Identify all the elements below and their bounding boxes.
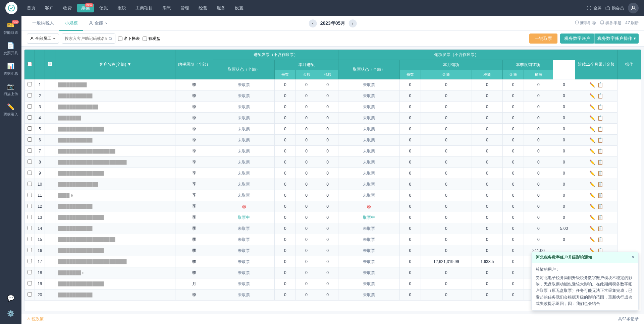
logo[interactable] (5, 2, 17, 14)
copy-btn[interactable]: 📋 (597, 126, 604, 132)
row-checkbox[interactable] (28, 204, 32, 208)
edit-btn[interactable]: ✏️ (589, 92, 596, 99)
edit-btn[interactable]: ✏️ (589, 192, 596, 199)
tab-general[interactable]: 一般纳税人 (27, 16, 59, 31)
row-check[interactable] (25, 135, 35, 146)
row-check[interactable] (25, 190, 35, 201)
row-check[interactable] (25, 234, 35, 245)
tax-policy-link[interactable]: ⚠ 税政策 (27, 316, 44, 322)
edit-btn[interactable]: ✏️ (589, 148, 596, 154)
copy-btn[interactable]: 📋 (597, 81, 604, 88)
notification-close-btn[interactable]: × (632, 255, 634, 260)
row-check[interactable] (25, 201, 35, 212)
row-checkbox[interactable] (28, 171, 32, 175)
row-check[interactable] (25, 113, 35, 124)
row-checkbox[interactable] (28, 159, 32, 164)
th-period[interactable]: 纳税周期（全部） (175, 50, 213, 79)
sidebar-item-smart-ticket[interactable]: 🎫 智能取票 new (1, 19, 20, 38)
under-accounts-check[interactable]: 名下帐表 (118, 36, 140, 42)
row-check[interactable] (25, 168, 35, 179)
employee-select[interactable]: 全部员工 (27, 34, 59, 44)
avatar[interactable] (628, 3, 639, 13)
row-checkbox[interactable] (28, 226, 32, 230)
copy-btn[interactable]: 📋 (597, 137, 604, 143)
edit-btn[interactable]: ✏️ (589, 81, 596, 88)
sidebar-item-message[interactable]: 💬 (1, 292, 20, 305)
new-guide-link[interactable]: 新手引导 (575, 20, 596, 26)
copy-btn[interactable]: 📋 (597, 104, 604, 110)
copy-btn[interactable]: 📋 (597, 214, 604, 221)
has-taxdisk-checkbox[interactable] (143, 37, 147, 41)
row-check[interactable] (25, 256, 35, 267)
copy-btn[interactable]: 📋 (597, 203, 604, 210)
edit-btn[interactable]: ✏️ (589, 236, 596, 243)
copy-btn[interactable]: 📋 (597, 225, 604, 232)
row-check[interactable] (25, 289, 35, 301)
row-check[interactable] (25, 179, 35, 190)
row-check[interactable] (25, 212, 35, 223)
row-checkbox[interactable] (28, 270, 32, 274)
sidebar-item-summary[interactable]: 📊 票据汇总 (1, 60, 20, 79)
edit-btn[interactable]: ✏️ (589, 104, 596, 110)
row-checkbox[interactable] (28, 93, 32, 98)
row-check[interactable] (25, 278, 35, 289)
row-checkbox[interactable] (28, 115, 32, 120)
edit-btn[interactable]: ✏️ (589, 115, 596, 121)
nav-tax[interactable]: 报税 (113, 4, 130, 12)
search-input[interactable] (65, 36, 107, 41)
copy-btn[interactable]: 📋 (597, 92, 604, 99)
nav-service[interactable]: 服务 (213, 4, 229, 12)
sidebar-item-entry[interactable]: ✏️ 票据录入 (1, 101, 20, 120)
row-checkbox[interactable] (28, 148, 32, 153)
member-btn[interactable]: 购会员 (605, 5, 624, 11)
fullscreen-btn[interactable]: 全屏 (587, 5, 601, 11)
edit-btn[interactable]: ✏️ (589, 203, 596, 210)
copy-btn[interactable]: 📋 (597, 159, 604, 166)
copy-btn[interactable]: 📋 (597, 192, 604, 199)
row-check[interactable] (25, 245, 35, 256)
th-in-status[interactable]: 取票状态（全部） (213, 60, 275, 79)
nav-home[interactable]: 首页 (23, 4, 40, 12)
nav-manage[interactable]: 管理 (176, 4, 193, 12)
nav-message[interactable]: 消息 (158, 4, 175, 12)
row-check[interactable] (25, 223, 35, 234)
edit-btn[interactable]: ✏️ (589, 225, 596, 232)
row-checkbox[interactable] (28, 259, 32, 263)
edit-btn[interactable]: ✏️ (589, 159, 596, 166)
edit-btn[interactable]: ✏️ (589, 126, 596, 132)
row-check[interactable] (25, 90, 35, 102)
one-key-ticket-btn[interactable]: 一键取票 (529, 34, 557, 44)
edit-btn[interactable]: ✏️ (589, 181, 596, 188)
nav-invoice[interactable]: 票据 new (77, 4, 94, 12)
edit-btn[interactable]: ✏️ (589, 170, 596, 177)
nav-business[interactable]: 工商项目 (131, 4, 157, 12)
period-next-btn[interactable]: › (348, 19, 357, 27)
under-accounts-checkbox[interactable] (118, 37, 122, 41)
search-box[interactable] (62, 34, 115, 44)
digital-dropdown-btn[interactable]: 税务数字账户操作 ▾ (594, 34, 639, 44)
period-prev-btn[interactable]: ‹ (309, 19, 317, 27)
nav-settings[interactable]: 设置 (231, 4, 248, 12)
row-checkbox[interactable] (28, 292, 32, 297)
nav-bookkeep[interactable]: 记账 (95, 4, 112, 12)
tab-small[interactable]: 小规模 (59, 16, 83, 31)
refresh-link[interactable]: 刷新 (626, 20, 639, 26)
sidebar-item-scan[interactable]: 📷 扫描上传 (1, 80, 20, 99)
row-checkbox[interactable] (28, 104, 32, 109)
th-client[interactable]: 客户名称(全部) ▼ (55, 50, 175, 79)
edit-btn[interactable]: ✏️ (589, 137, 596, 143)
row-check[interactable] (25, 124, 35, 135)
select-all-checkbox[interactable] (28, 62, 32, 66)
sidebar-item-config[interactable]: ⚙️ (1, 307, 20, 320)
copy-btn[interactable]: 📋 (597, 181, 604, 188)
row-checkbox[interactable] (28, 137, 32, 142)
row-check[interactable] (25, 157, 35, 168)
copy-btn[interactable]: 📋 (597, 170, 604, 177)
sidebar-item-invoice-open[interactable]: 📄 发票开具 (1, 39, 20, 58)
row-checkbox[interactable] (28, 193, 32, 197)
nav-client[interactable]: 客户 (41, 4, 58, 12)
manual-link[interactable]: 操作手册 (600, 20, 621, 26)
row-checkbox[interactable] (28, 248, 32, 252)
row-checkbox[interactable] (28, 182, 32, 186)
row-checkbox[interactable] (28, 281, 32, 285)
